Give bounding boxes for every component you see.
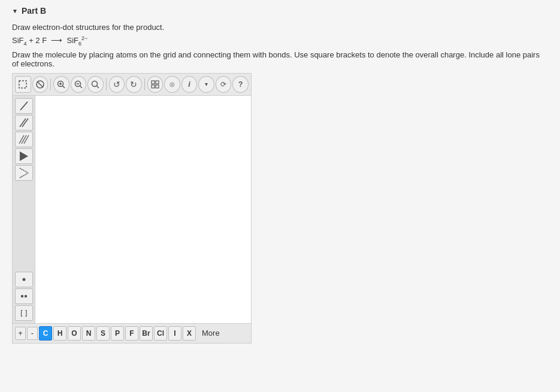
zoom-area-btn[interactable] <box>87 76 104 93</box>
svg-point-27 <box>24 295 26 297</box>
draw-instructions: Draw the molecule by placing atoms on th… <box>12 50 548 68</box>
svg-point-26 <box>20 295 23 297</box>
svg-line-24 <box>20 168 28 173</box>
dashed-wedge-tool[interactable] <box>15 165 33 181</box>
toolbar-sep2 <box>106 78 107 90</box>
plus-btn[interactable]: + <box>15 327 26 340</box>
svg-line-20 <box>22 135 26 144</box>
svg-line-19 <box>19 135 24 144</box>
equation-line: SiF4 + 2 F ⟶ SiF62− <box>12 35 548 47</box>
rotate-right-btn[interactable]: ↻ <box>126 76 142 93</box>
rotate-left-icon: ↺ <box>113 80 120 89</box>
zoom-out-icon <box>74 80 83 89</box>
bottom-toolbar: + - C H O N S P F Br Cl I X More <box>13 323 251 343</box>
svg-rect-12 <box>152 81 155 84</box>
brackets-tool[interactable]: [] <box>15 305 33 321</box>
element-btn-O[interactable]: O <box>68 326 81 341</box>
svg-point-10 <box>92 81 98 86</box>
info-btn[interactable]: i <box>181 76 198 93</box>
element-btn-N[interactable]: N <box>82 326 95 341</box>
help-icon: ? <box>238 80 243 89</box>
dashed-wedge-icon <box>19 167 29 179</box>
wedge-arrow-icon <box>19 150 29 162</box>
lasso-icon <box>35 80 45 89</box>
svg-line-4 <box>63 86 65 88</box>
element-btn-S[interactable]: S <box>96 326 110 341</box>
lone-pair-single-tool[interactable] <box>15 272 33 287</box>
svg-rect-13 <box>156 81 159 84</box>
triple-bond-tool[interactable] <box>15 132 33 147</box>
svg-rect-15 <box>156 85 159 88</box>
element-btn-C[interactable]: C <box>39 326 52 341</box>
part-label: Part B <box>22 6 46 16</box>
svg-rect-0 <box>19 81 26 88</box>
left-toolbar: [] <box>13 96 35 323</box>
part-header: ▼ Part B <box>12 6 548 16</box>
brackets-icon: [] <box>19 307 29 319</box>
wedge-arrow-tool[interactable] <box>15 148 33 164</box>
element-btn-Br[interactable]: Br <box>140 326 153 341</box>
lone-pair-double-icon <box>19 290 29 302</box>
single-bond-tool[interactable] <box>15 98 33 114</box>
more-btn[interactable]: More <box>198 326 223 341</box>
double-bond-tool[interactable] <box>15 115 33 130</box>
double-bond-icon <box>19 117 29 129</box>
editor-container: ↺ ↻ ◎ i <box>12 73 252 344</box>
chevron-down-icon: ▾ <box>205 81 208 87</box>
rect-select-btn[interactable] <box>15 76 31 93</box>
minus-btn[interactable]: - <box>27 327 38 340</box>
atom-map-icon: ◎ <box>169 81 175 87</box>
svg-text:[]: [] <box>19 309 29 318</box>
svg-line-21 <box>24 135 29 144</box>
template-icon <box>150 80 160 89</box>
element-btn-Cl[interactable]: Cl <box>154 326 167 341</box>
svg-line-23 <box>20 173 28 178</box>
toolbar-sep1 <box>50 78 51 90</box>
lone-pair-single-icon <box>19 274 29 285</box>
lone-pair-double-tool[interactable] <box>15 288 33 304</box>
zoom-area-icon <box>90 80 100 89</box>
element-btn-F[interactable]: F <box>125 326 138 341</box>
zoom-in-icon <box>56 80 66 89</box>
info-icon: i <box>188 80 190 89</box>
zoom-out-btn[interactable] <box>71 76 87 93</box>
template-btn[interactable] <box>147 76 164 93</box>
svg-line-2 <box>37 81 43 87</box>
element-btn-X[interactable]: X <box>183 326 196 341</box>
toolbar-sep3 <box>144 78 145 90</box>
single-bond-icon <box>19 100 29 112</box>
element-btn-I[interactable]: I <box>168 326 181 341</box>
rect-select-icon <box>18 80 28 89</box>
svg-marker-22 <box>20 151 28 161</box>
below-editor-space <box>12 344 252 391</box>
drawing-canvas[interactable] <box>35 96 251 323</box>
instructions-line1: Draw electron-dot structures for the pro… <box>12 23 548 32</box>
help-btn[interactable]: ? <box>232 76 249 93</box>
svg-line-11 <box>97 86 99 88</box>
triple-bond-icon <box>19 133 29 145</box>
toolbar-top: ↺ ↻ ◎ i <box>13 74 251 96</box>
element-btn-P[interactable]: P <box>111 326 124 341</box>
atom-map-btn[interactable]: ◎ <box>164 76 180 93</box>
svg-line-8 <box>80 86 82 88</box>
settings-btn[interactable]: ⟳ <box>216 76 232 93</box>
element-btn-H[interactable]: H <box>53 326 66 341</box>
svg-rect-14 <box>152 85 155 88</box>
part-collapse-arrow[interactable]: ▼ <box>12 8 18 14</box>
dropdown-btn[interactable]: ▾ <box>198 76 214 93</box>
rotate-left-btn[interactable]: ↺ <box>109 76 125 93</box>
page-container: ▼ Part B Draw electron-dot structures fo… <box>0 0 560 392</box>
lasso-btn[interactable] <box>32 76 49 93</box>
rotate-right-icon: ↻ <box>130 80 137 89</box>
editor-main: [] <box>13 96 251 323</box>
zoom-in-btn[interactable] <box>53 76 69 93</box>
refresh-icon: ⟳ <box>220 80 226 89</box>
svg-line-16 <box>20 102 28 110</box>
svg-point-25 <box>22 278 25 281</box>
